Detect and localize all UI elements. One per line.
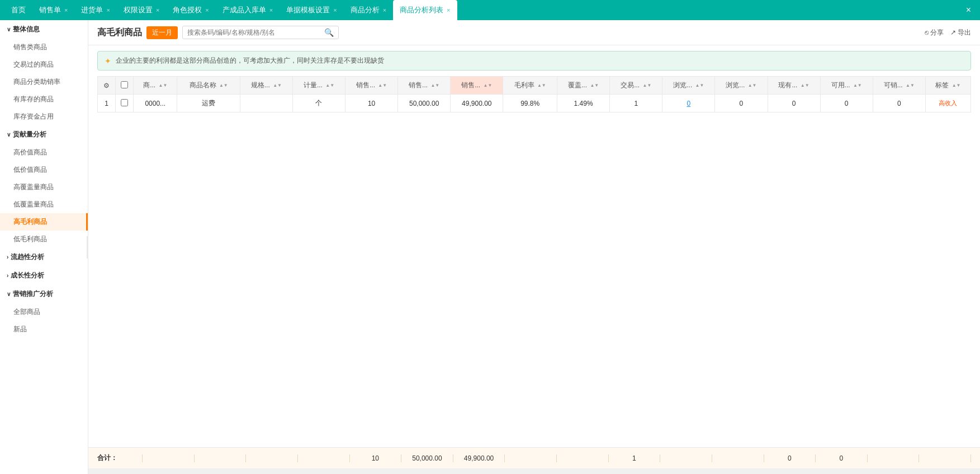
sort-icon-14[interactable]: ▲▼ <box>853 83 862 88</box>
sort-icon-8[interactable]: ▲▼ <box>537 83 546 88</box>
nav-home[interactable]: 首页 <box>4 0 32 20</box>
footer-empty-10 <box>919 454 971 462</box>
cell-trade: 1 <box>610 95 662 112</box>
nav-product-analysis-list[interactable]: 商品分析列表 × <box>393 0 457 20</box>
sidebar-item-low-value[interactable]: 低价值商品 <box>0 161 88 179</box>
col-sales-amount[interactable]: 销售... ▲▼ <box>398 77 451 95</box>
nav-product-inbound[interactable]: 产成品入库单 × <box>216 0 280 20</box>
nav-role-close[interactable]: × <box>205 7 209 13</box>
cell-tag: 高收入 <box>925 95 970 112</box>
browse1-link[interactable]: 0 <box>687 100 690 107</box>
row-checkbox[interactable] <box>121 99 128 106</box>
col-tag[interactable]: 标签 ▲▼ <box>925 77 970 95</box>
horizontal-scrollbar[interactable] <box>88 468 980 474</box>
col-available[interactable]: 可用... ▲▼ <box>820 77 873 95</box>
sort-icon-16[interactable]: ▲▼ <box>952 83 961 88</box>
sort-icon-6[interactable]: ▲▼ <box>430 83 439 88</box>
col-unit[interactable]: 计量... ▲▼ <box>292 77 345 95</box>
nav-permission[interactable]: 权限设置 × <box>117 0 166 20</box>
sort-icon-9[interactable]: ▲▼ <box>590 83 599 88</box>
sidebar-item-high-value[interactable]: 高价值商品 <box>0 144 88 161</box>
sidebar-collapse-button[interactable]: 《 <box>87 236 88 259</box>
col-stock[interactable]: 现有... ▲▼ <box>768 77 820 95</box>
cell-coverage: 1.49% <box>557 95 610 112</box>
nav-product-analysis-list-close[interactable]: × <box>447 7 450 13</box>
footer-label: 合计： <box>97 453 142 463</box>
footer-empty-1 <box>143 454 195 462</box>
search-box: 🔍 <box>182 26 339 39</box>
nav-permission-close[interactable]: × <box>156 7 159 13</box>
sidebar-item-low-coverage[interactable]: 低覆盖量商品 <box>0 196 88 213</box>
col-sales-cost[interactable]: 销售... ▲▼ <box>451 77 503 95</box>
col-checkbox[interactable] <box>116 77 134 95</box>
share-button[interactable]: ⎋ 分享 <box>925 28 944 37</box>
sort-icon-7[interactable]: ▲▼ <box>484 83 493 88</box>
footer-stock: 0 <box>764 454 816 462</box>
nav-purchase-close[interactable]: × <box>106 7 110 13</box>
col-coverage[interactable]: 覆盖... ▲▼ <box>557 77 610 95</box>
sidebar-group-contribution[interactable]: ∨ 贡献量分析 <box>0 125 88 144</box>
nav-template-close[interactable]: × <box>333 7 337 13</box>
col-trade[interactable]: 交易... ▲▼ <box>610 77 662 95</box>
sidebar-item-high-margin[interactable]: 高毛利商品 <box>0 213 88 231</box>
sidebar-item-category-rate[interactable]: 商品分类助销率 <box>0 73 88 91</box>
sort-icon-2[interactable]: ▲▼ <box>219 83 228 88</box>
sidebar-group-overview[interactable]: ∨ 整体信息 <box>0 20 88 39</box>
sidebar-item-stock-capital[interactable]: 库存资金占用 <box>0 108 88 125</box>
nav-product-analysis-close[interactable]: × <box>383 7 386 13</box>
nav-sales[interactable]: 销售单 × <box>32 0 74 20</box>
nav-template[interactable]: 单据模板设置 × <box>280 0 343 20</box>
select-all-checkbox[interactable] <box>121 81 128 88</box>
col-sales-qty[interactable]: 销售... ▲▼ <box>345 77 398 95</box>
sidebar-group-marketing[interactable]: ∨ 营销推广分析 <box>0 285 88 303</box>
cell-browse1[interactable]: 0 <box>662 95 715 112</box>
search-icon[interactable]: 🔍 <box>324 28 334 37</box>
nav-role[interactable]: 角色授权 × <box>166 0 215 20</box>
time-filter-button[interactable]: 近一月 <box>146 26 178 39</box>
sort-icon-5[interactable]: ▲▼ <box>378 83 387 88</box>
sort-icon-12[interactable]: ▲▼ <box>748 83 757 88</box>
col-name[interactable]: 商品名称 ▲▼ <box>177 77 240 95</box>
footer-sales-cost: 49,900.00 <box>453 454 505 462</box>
col-browse1[interactable]: 浏览... ▲▼ <box>662 77 715 95</box>
col-gross-rate[interactable]: 毛利率 ▲▼ <box>503 77 557 95</box>
sort-icon-15[interactable]: ▲▼ <box>906 83 915 88</box>
sort-icon-3[interactable]: ▲▼ <box>273 83 282 88</box>
sidebar-item-traded-goods[interactable]: 交易过的商品 <box>0 56 88 73</box>
nav-product-inbound-close[interactable]: × <box>269 7 273 13</box>
col-browse2[interactable]: 浏览... ▲▼ <box>715 77 768 95</box>
content-header: 高毛利商品 近一月 🔍 ⎋ 分享 ↗ 导出 <box>88 20 980 45</box>
sidebar-item-new-goods[interactable]: 新品 <box>0 321 88 338</box>
nav-product-analysis[interactable]: 商品分析 × <box>344 0 393 20</box>
nav-purchase[interactable]: 进货单 × <box>74 0 116 20</box>
search-input[interactable] <box>187 29 322 36</box>
cell-spec <box>240 95 292 112</box>
content-area: 高毛利商品 近一月 🔍 ⎋ 分享 ↗ 导出 <box>88 20 980 474</box>
window-close-button[interactable]: × <box>962 5 976 15</box>
col-code[interactable]: 商... ▲▼ <box>134 77 177 95</box>
sort-icon-13[interactable]: ▲▼ <box>801 83 809 88</box>
nav-sales-close[interactable]: × <box>64 7 68 13</box>
sidebar-item-sales-goods[interactable]: 销售类商品 <box>0 39 88 56</box>
sidebar-group-flow[interactable]: › 流趋性分析 <box>0 248 88 266</box>
export-button[interactable]: ↗ 导出 <box>950 28 971 37</box>
sidebar-item-high-coverage[interactable]: 高覆盖量商品 <box>0 179 88 196</box>
sidebar-item-in-stock[interactable]: 有库存的商品 <box>0 91 88 108</box>
sidebar-group-growth[interactable]: › 成长性分析 <box>0 266 88 285</box>
col-spec[interactable]: 规格... ▲▼ <box>240 77 292 95</box>
sort-icon-11[interactable]: ▲▼ <box>695 83 704 88</box>
col-settings[interactable]: ⚙ <box>98 77 116 95</box>
header-actions: ⎋ 分享 ↗ 导出 <box>925 28 971 37</box>
sort-icon-10[interactable]: ▲▼ <box>642 83 651 88</box>
footer-empty-4 <box>298 454 350 462</box>
sort-icon-4[interactable]: ▲▼ <box>325 83 334 88</box>
footer-trade: 1 <box>609 454 661 462</box>
sidebar-item-low-margin[interactable]: 低毛利商品 <box>0 231 88 248</box>
footer-empty-5 <box>505 454 557 462</box>
cell-gross-rate: 99.8% <box>503 95 557 112</box>
sort-icon[interactable]: ▲▼ <box>158 83 167 88</box>
cell-checkbox[interactable] <box>116 95 134 112</box>
cell-name: 运费 <box>177 95 240 112</box>
col-sellable[interactable]: 可销... ▲▼ <box>873 77 925 95</box>
sidebar-item-all-goods[interactable]: 全部商品 <box>0 303 88 321</box>
